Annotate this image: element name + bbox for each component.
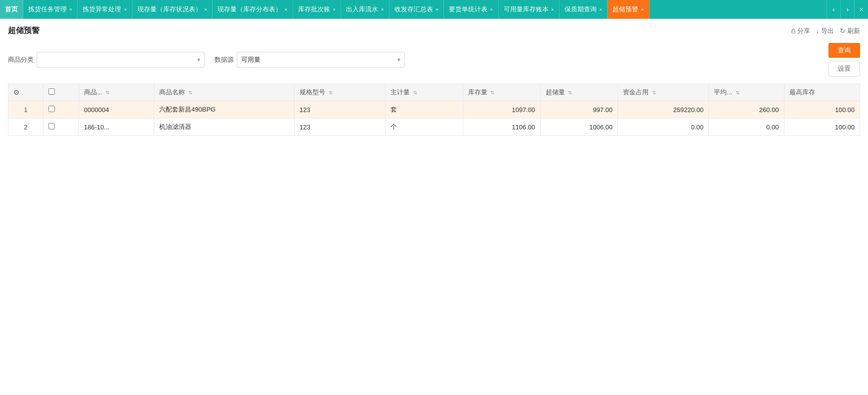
category-filter: 商品分类 ▾ (8, 52, 205, 68)
th-product-name: 商品名称 ⇅ (154, 84, 295, 101)
nav-tab-stock-status[interactable]: 现存量（库存状况表） × (132, 0, 213, 19)
sort-icon-overstock-qty[interactable]: ⇅ (568, 90, 572, 95)
datasource-filter: 数据源 可用量 ▾ (215, 52, 405, 68)
row-checkbox[interactable] (48, 106, 55, 112)
nav-tab-task[interactable]: 拣货任务管理 × (23, 0, 78, 19)
select-all-checkbox[interactable] (48, 88, 55, 95)
cell-product-code: 186-10... (79, 118, 154, 136)
th-checkbox (43, 84, 79, 101)
th-unit: 主计量 ⇅ (386, 84, 463, 101)
sort-icon-product-code[interactable]: ⇅ (105, 90, 109, 95)
share-icon: ⎙ (791, 27, 795, 35)
table-row: 2 186-10... 机油滤清器 123 个 1106.00 1006.00 … (8, 118, 860, 136)
nav-tab-recv[interactable]: 收发存汇总表 × (390, 0, 444, 19)
table-header-row: ⚙ 商品... ⇅ 商品名称 ⇅ 规格型号 ⇅ 主计量 (8, 84, 860, 101)
row-num: 1 (8, 101, 43, 118)
share-button[interactable]: ⎙ 分享 (791, 27, 810, 36)
nav-tab-overstock[interactable]: 超储预警 × (608, 0, 649, 19)
filter-buttons: 查询 设置 (828, 43, 860, 77)
cell-product-code: 0000004 (79, 101, 154, 118)
close-tab-overstock[interactable]: × (641, 6, 644, 12)
filter-area: 商品分类 ▾ 数据源 可用量 ▾ 查询 设置 (8, 43, 860, 77)
close-tab-batch[interactable]: × (333, 6, 336, 12)
cell-max-stock: 100.00 (784, 101, 860, 118)
cell-product-name: 六配套新昌490BPG (154, 101, 295, 118)
th-max-stock: 最高库存 (784, 84, 860, 101)
nav-tab-home[interactable]: 首页 (0, 0, 23, 19)
nav-prev-button[interactable]: ‹ (826, 0, 840, 19)
close-tab-order-stat[interactable]: × (490, 6, 493, 12)
nav-close-button[interactable]: × (854, 0, 868, 19)
close-tab-task[interactable]: × (69, 6, 72, 12)
nav-next-button[interactable]: › (840, 0, 854, 19)
sort-icon-unit[interactable]: ⇅ (413, 90, 417, 95)
refresh-icon: ↻ (840, 27, 845, 35)
cell-overstock-qty: 1006.00 (540, 118, 618, 136)
th-stock-qty: 库存量 ⇅ (463, 84, 540, 101)
nav-tab-stock-dist[interactable]: 现存量（库存分布表） × (213, 0, 293, 19)
sort-icon-product-name[interactable]: ⇅ (188, 90, 192, 95)
close-tab-quality[interactable]: × (599, 6, 602, 12)
export-button[interactable]: ↓ 导出 (816, 27, 834, 36)
cell-product-name: 机油滤清器 (154, 118, 295, 136)
sort-icon-capital-used[interactable]: ⇅ (652, 90, 656, 95)
table-row: 1 0000004 六配套新昌490BPG 123 套 1097.00 997.… (8, 101, 860, 118)
data-table: ⚙ 商品... ⇅ 商品名称 ⇅ 规格型号 ⇅ 主计量 (8, 83, 860, 136)
nav-tab-avail-ledger[interactable]: 可用量库存账本 × (499, 0, 560, 19)
th-product-code: 商品... ⇅ (79, 84, 154, 101)
th-spec: 规格型号 ⇅ (294, 84, 385, 101)
cell-stock-qty: 1106.00 (463, 118, 540, 136)
th-overstock-qty: 超储量 ⇅ (540, 84, 618, 101)
cell-stock-qty: 1097.00 (463, 101, 540, 118)
cell-spec: 123 (294, 118, 385, 136)
refresh-button[interactable]: ↻ 刷新 (840, 27, 860, 36)
nav-tab-batch[interactable]: 库存批次账 × (293, 0, 341, 19)
category-label: 商品分类 (8, 55, 34, 64)
close-tab-avail-ledger[interactable]: × (551, 6, 554, 12)
top-navigation: 首页 拣货任务管理 × 拣货异常处理 × 现存量（库存状况表） × 现存量（库存… (0, 0, 868, 19)
row-checkbox-cell (43, 101, 79, 118)
cell-unit: 套 (386, 101, 463, 118)
sort-icon-stock-qty[interactable]: ⇅ (490, 90, 494, 95)
settings-button[interactable]: 设置 (828, 61, 860, 77)
close-tab-recv[interactable]: × (435, 6, 438, 12)
cell-avg: 260.00 (709, 101, 784, 118)
cell-max-stock: 100.00 (784, 118, 860, 136)
th-settings: ⚙ (8, 84, 43, 101)
nav-tab-quality[interactable]: 保质期查询 × (560, 0, 608, 19)
row-num: 2 (8, 118, 43, 136)
cell-avg: 0.00 (709, 118, 784, 136)
cell-capital-used: 259220.00 (618, 101, 709, 118)
nav-tab-order-stat[interactable]: 要货单统计表 × (444, 0, 498, 19)
close-tab-stock-status[interactable]: × (204, 6, 207, 12)
sort-icon-avg[interactable]: ⇅ (736, 90, 739, 95)
datasource-select[interactable]: 可用量 ▾ (237, 52, 405, 68)
category-select[interactable]: ▾ (37, 52, 205, 68)
chevron-down-icon: ▾ (197, 56, 200, 63)
page-header: 超储预警 ⎙ 分享 ↓ 导出 ↻ 刷新 (8, 26, 860, 36)
datasource-label: 数据源 (215, 55, 234, 64)
sort-icon-spec[interactable]: ⇅ (329, 90, 333, 95)
page-actions: ⎙ 分享 ↓ 导出 ↻ 刷新 (791, 27, 861, 36)
close-tab-exception[interactable]: × (124, 6, 127, 12)
nav-arrows: ‹ › × (826, 0, 868, 19)
cell-unit: 个 (386, 118, 463, 136)
datasource-select-value: 可用量 (241, 55, 260, 64)
page-title: 超储预警 (8, 26, 40, 36)
export-icon: ↓ (816, 27, 820, 35)
nav-tab-exception[interactable]: 拣货异常处理 × (78, 0, 132, 19)
row-checkbox[interactable] (48, 123, 55, 129)
cell-overstock-qty: 997.00 (540, 101, 618, 118)
page-container: 超储预警 ⎙ 分享 ↓ 导出 ↻ 刷新 商品分类 ▾ (0, 19, 868, 143)
gear-icon[interactable]: ⚙ (13, 88, 20, 96)
cell-capital-used: 0.00 (618, 118, 709, 136)
close-tab-stock-dist[interactable]: × (284, 6, 287, 12)
th-avg: 平均... ⇅ (709, 84, 784, 101)
nav-tab-inout[interactable]: 出入库流水 × (341, 0, 389, 19)
chevron-down-icon-2: ▾ (397, 56, 400, 63)
query-button[interactable]: 查询 (828, 43, 860, 58)
cell-spec: 123 (294, 101, 385, 118)
close-tab-inout[interactable]: × (381, 6, 384, 12)
th-capital-used: 资金占用 ⇅ (618, 84, 709, 101)
row-checkbox-cell (43, 118, 79, 136)
